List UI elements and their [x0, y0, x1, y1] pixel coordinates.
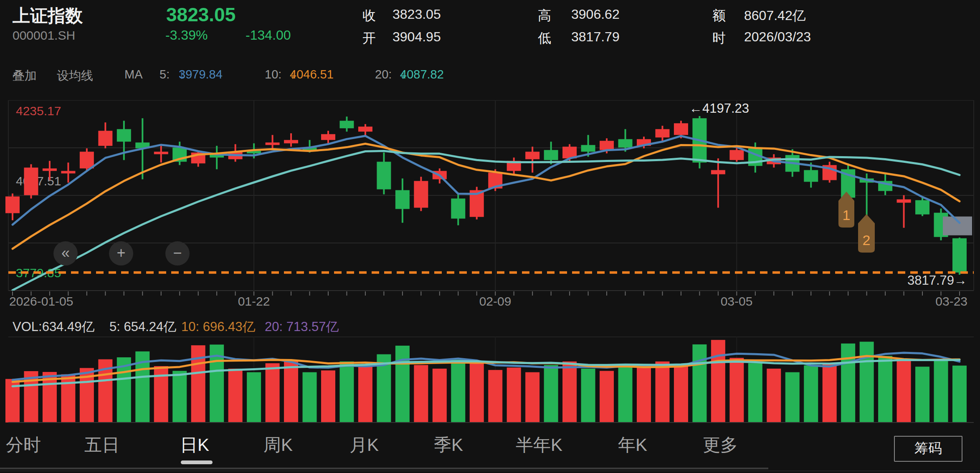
tab-fenshi[interactable]: 分时 — [6, 433, 41, 457]
stat-open-value: 3904.95 — [393, 29, 441, 45]
tab-bannianK[interactable]: 半年K — [516, 433, 562, 457]
bottom-divider-2 — [0, 470, 980, 471]
vol-current: VOL:634.49亿 — [13, 318, 94, 336]
tab-wuri[interactable]: 五日 — [84, 433, 119, 457]
tab-rik[interactable]: 日K — [180, 433, 209, 457]
stat-high-value: 3906.62 — [571, 7, 620, 22]
down-arrow-icon: ↓ — [179, 68, 185, 81]
stat-open-label: 开 — [362, 29, 376, 48]
ma-indicator-bar: 叠加 设均线 MA 5: 3979.84↓ 10: 4046.51↓ 20: 4… — [0, 68, 980, 87]
chips-distribution-button[interactable]: 筹码 — [894, 436, 962, 462]
tab-zhouk[interactable]: 周K — [263, 433, 293, 457]
zoom-in-button[interactable]: + — [109, 241, 133, 266]
ma10-key: 10: — [265, 68, 281, 81]
x-label: 01-22 — [238, 294, 270, 309]
x-label: 2026-01-05 — [9, 294, 73, 309]
down-arrow-icon: ↓ — [290, 68, 296, 81]
collapse-left-button[interactable]: « — [53, 241, 78, 266]
vol-ma5: 5: 654.24亿 — [109, 318, 176, 336]
period-tab-bar: 分时 五日 日K 周K 月K 季K 半年K 年K 更多 — [0, 430, 980, 463]
current-price: 3823.05 — [166, 3, 236, 26]
stat-high-label: 高 — [538, 7, 551, 25]
change-absolute: -134.00 — [246, 28, 291, 43]
set-ma-button[interactable]: 设均线 — [57, 68, 93, 84]
x-label: 03-05 — [721, 294, 753, 309]
main-candlestick-chart[interactable]: 4235.174007.513779.85←4197.233817.79→12 — [0, 100, 980, 296]
plus-icon: + — [116, 244, 125, 261]
ma-label: MA — [124, 68, 143, 81]
svg-text:←4197.23: ←4197.23 — [689, 101, 749, 116]
active-tab-underline — [181, 460, 213, 464]
overlay-button[interactable]: 叠加 — [13, 68, 37, 84]
svg-text:1: 1 — [843, 207, 851, 223]
tab-niank[interactable]: 年K — [618, 433, 647, 457]
index-title: 上证指数 — [13, 4, 83, 28]
tab-gengduo[interactable]: 更多 — [703, 433, 738, 457]
stat-time-value: 2026/03/23 — [744, 29, 811, 45]
ma5-key: 5: — [160, 68, 170, 81]
stat-time-label: 时 — [712, 29, 726, 48]
tab-yuek[interactable]: 月K — [349, 433, 379, 457]
svg-text:3817.79→: 3817.79→ — [907, 273, 967, 288]
vol-ma10: 10: 696.43亿 — [181, 318, 256, 336]
ma20-key: 20: — [375, 68, 392, 81]
x-axis-labels: 2026-01-05 01-22 02-09 03-05 03-23 — [0, 294, 980, 311]
stat-close-value: 3823.05 — [393, 7, 441, 22]
stat-low-label: 低 — [538, 29, 551, 48]
x-label: 02-09 — [479, 294, 512, 309]
volume-chart[interactable] — [0, 336, 980, 425]
change-percent: -3.39% — [165, 28, 208, 43]
minus-icon: − — [173, 244, 182, 261]
stock-chart-app: 上证指数 000001.SH 3823.05 -3.39% -134.00 收 … — [0, 0, 980, 473]
stat-amount-label: 额 — [712, 7, 726, 25]
zoom-out-button[interactable]: − — [165, 241, 190, 266]
collapse-left-icon: « — [61, 244, 70, 261]
stat-low-value: 3817.79 — [571, 29, 620, 45]
stat-amount-value: 8607.42亿 — [744, 7, 806, 25]
svg-text:4235.17: 4235.17 — [16, 104, 61, 118]
svg-text:4007.51: 4007.51 — [16, 174, 61, 188]
down-arrow-icon: ↓ — [400, 68, 406, 81]
bottom-divider — [0, 468, 768, 469]
x-label: 03-23 — [935, 294, 967, 309]
volume-indicator-bar: VOL:634.49亿 5: 654.24亿 10: 696.43亿 20: 7… — [0, 318, 980, 336]
index-code: 000001.SH — [13, 28, 75, 43]
svg-text:2: 2 — [863, 232, 871, 248]
vol-ma20: 20: 713.57亿 — [265, 318, 339, 336]
tab-jik[interactable]: 季K — [434, 433, 463, 457]
stat-close-label: 收 — [362, 7, 376, 25]
